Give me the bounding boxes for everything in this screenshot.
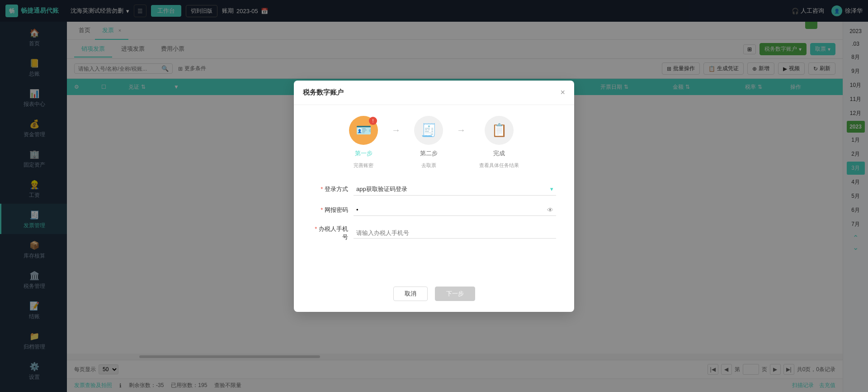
step-1-desc: 完善账密: [354, 162, 373, 169]
dialog-body: 🪪 ! 第一步 完善账密 → 🧾 第二步 去取票 →: [294, 105, 574, 279]
step-1: 🪪 ! 第一步 完善账密: [349, 116, 378, 169]
step-2: 🧾 第二步 去取票: [414, 116, 443, 169]
step-2-desc: 去取票: [421, 162, 436, 169]
step-arrow-2: →: [443, 116, 479, 145]
login-method-row: * 登录方式 app获取验证码登录 ▾: [312, 183, 556, 196]
dialog-close-button[interactable]: ×: [560, 88, 565, 97]
dialog-footer: 取消 下一步: [294, 279, 574, 312]
password-toggle-icon[interactable]: 👁: [544, 205, 556, 215]
net-password-row: * 网报密码 👁: [312, 205, 556, 216]
required-star: *: [315, 225, 317, 232]
net-password-label: * 网报密码: [312, 206, 348, 214]
cancel-button[interactable]: 取消: [393, 287, 428, 301]
required-star: *: [321, 186, 323, 192]
chevron-down-icon: ▾: [550, 186, 553, 192]
document-icon: 🧾: [421, 123, 437, 138]
clipboard-icon: 📋: [491, 123, 507, 138]
step-2-icon: 🧾: [414, 116, 443, 145]
taxpayer-phone-input[interactable]: [354, 228, 556, 239]
dialog-title: 税务数字账户: [303, 88, 344, 97]
password-field-container: 👁: [354, 205, 556, 216]
step-3: 📋 完成 查看具体任务结果: [479, 116, 519, 169]
step-1-label: 第一步: [355, 149, 373, 158]
net-password-input[interactable]: [354, 205, 544, 215]
taxpayer-phone-label: * 办税人手机号: [312, 225, 348, 241]
taxpayer-phone-row: * 办税人手机号: [312, 225, 556, 241]
step-arrow-1: →: [378, 116, 414, 145]
login-method-select[interactable]: app获取验证码登录 ▾: [354, 183, 556, 196]
step-1-icon: 🪪 !: [349, 116, 378, 145]
tax-digital-dialog: 税务数字账户 × 🪪 ! 第一步 完善账密 →: [294, 81, 574, 312]
login-method-value: app获取验证码登录: [356, 185, 407, 193]
login-method-label: * 登录方式: [312, 185, 348, 193]
modal-overlay: 税务数字账户 × 🪪 ! 第一步 完善账密 →: [0, 0, 868, 392]
next-button[interactable]: 下一步: [435, 287, 475, 301]
step-3-icon: 📋: [485, 116, 514, 145]
steps-indicator: 🪪 ! 第一步 完善账密 → 🧾 第二步 去取票 →: [312, 116, 556, 169]
required-star: *: [321, 206, 323, 213]
step-3-desc: 查看具体任务结果: [479, 162, 519, 169]
step-1-badge: !: [369, 117, 377, 125]
form-spacer: [312, 250, 556, 272]
step-3-label: 完成: [493, 149, 505, 158]
id-card-icon: 🪪: [356, 123, 372, 138]
step-2-label: 第二步: [420, 149, 438, 158]
dialog-header: 税务数字账户 ×: [294, 81, 574, 105]
